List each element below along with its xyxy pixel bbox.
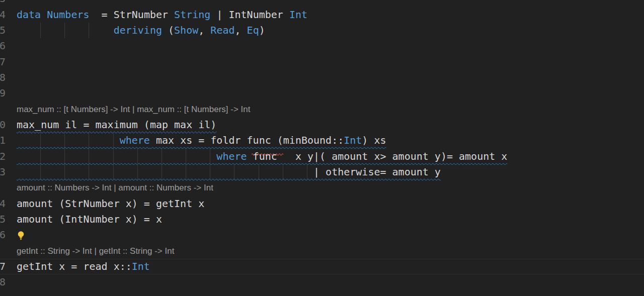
codelens-hint[interactable]: amount :: Numbers -> Int | amount :: Num… (17, 180, 213, 195)
line-number[interactable]: 8 (0, 70, 6, 85)
line-number[interactable]: 10 (0, 117, 6, 133)
code-line[interactable]: 15amount (IntNumber x) = x (0, 212, 644, 227)
code-text: getInt x = read x::Int (17, 259, 150, 274)
code-text: max_num il = maximum (map max il) (17, 117, 216, 133)
code-line[interactable]: 10max_num il = maximum (map max il) (0, 117, 644, 133)
code-line[interactable]: 14amount (StrNumber x) = getInt x (0, 196, 644, 212)
codelens-line[interactable]: getInt :: String -> Int | getInt :: Stri… (0, 243, 644, 259)
line-number[interactable]: 17 (0, 259, 6, 274)
code-line[interactable]: 13 | otherwise= amount y (0, 164, 644, 180)
line-number[interactable]: 12 (0, 149, 6, 164)
line-number[interactable]: 14 (0, 196, 6, 212)
code-line[interactable]: 16 (0, 227, 644, 243)
code-text: amount (IntNumber x) = x (17, 212, 162, 227)
code-editor[interactable]: 34data Numbers = StrNumber String | IntN… (0, 0, 644, 296)
code-line[interactable]: 7 (0, 54, 644, 70)
code-line[interactable]: 17getInt x = read x::Int (0, 259, 644, 274)
line-number[interactable]: 11 (0, 133, 6, 148)
line-number[interactable]: 15 (0, 212, 6, 227)
code-line[interactable]: 11 where max xs = foldr func (minBound::… (0, 133, 644, 148)
code-line[interactable]: 3 (0, 0, 644, 7)
line-number[interactable]: 4 (0, 7, 6, 23)
editor-rows: 34data Numbers = StrNumber String | IntN… (0, 0, 644, 290)
code-text: amount (StrNumber x) = getInt x (17, 196, 204, 212)
line-number[interactable]: 16 (0, 227, 6, 243)
line-number[interactable]: 13 (0, 164, 6, 180)
code-text: | otherwise= amount y (17, 164, 441, 180)
line-number[interactable]: 6 (0, 38, 6, 54)
code-text: data Numbers = StrNumber String | IntNum… (17, 7, 307, 23)
code-text: deriving (Show, Read, Eq) (17, 23, 265, 38)
code-line[interactable]: 12 where func x y|( amount x> amount y)=… (0, 149, 644, 164)
code-line[interactable]: 18 (0, 274, 644, 290)
code-line[interactable]: 5 deriving (Show, Read, Eq) (0, 23, 644, 38)
codelens-hint[interactable]: getInt :: String -> Int | getInt :: Stri… (17, 243, 174, 259)
code-line[interactable]: 4data Numbers = StrNumber String | IntNu… (0, 7, 644, 23)
codelens-hint[interactable]: max_num :: [t Numbers] -> Int | max_num … (17, 102, 251, 117)
line-number[interactable]: 3 (0, 0, 6, 7)
codelens-line[interactable]: max_num :: [t Numbers] -> Int | max_num … (0, 102, 644, 117)
codelens-line[interactable]: amount :: Numbers -> Int | amount :: Num… (0, 180, 644, 195)
line-number[interactable]: 9 (0, 85, 6, 101)
code-text: where max xs = foldr func (minBound::Int… (17, 133, 386, 148)
code-line[interactable]: 9 (0, 85, 644, 101)
line-number[interactable]: 18 (0, 274, 6, 290)
code-text: where func x y|( amount x> amount y)= am… (17, 149, 507, 164)
line-number[interactable]: 7 (0, 54, 6, 70)
code-line[interactable]: 8 (0, 70, 644, 85)
code-line[interactable]: 6 (0, 38, 644, 54)
line-number[interactable]: 5 (0, 23, 6, 38)
